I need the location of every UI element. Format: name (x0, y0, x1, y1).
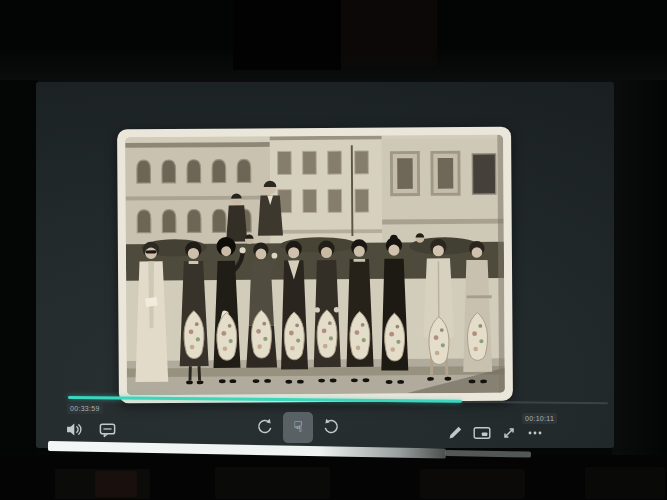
pencil-icon (447, 425, 463, 445)
picture-in-picture-icon (473, 425, 491, 445)
subtitles-button[interactable] (99, 421, 116, 442)
pointer-hand-icon: ☟ (293, 420, 302, 435)
pointer-tool-button[interactable]: ☟ (283, 412, 313, 443)
more-button[interactable] (527, 425, 543, 445)
controls-left (66, 421, 116, 442)
video-player-screen: 00:33:59 00:10:11 (36, 82, 614, 448)
chat-bubble-icon (99, 421, 116, 442)
desk-silhouette (585, 467, 665, 499)
room-dark-doorway (233, 0, 341, 70)
desk-silhouette (95, 471, 137, 497)
room-background-left (0, 80, 38, 460)
historical-photo (125, 135, 505, 396)
expand-button[interactable] (501, 425, 517, 445)
elapsed-time: 00:33:59 (67, 403, 103, 414)
room-background-right (612, 80, 667, 460)
room-background-bottom (0, 455, 667, 500)
desk-silhouette (215, 467, 330, 499)
undo-rotate-icon (256, 417, 274, 439)
redo-button[interactable] (322, 417, 340, 439)
expand-diagonal-icon (501, 425, 517, 445)
room-wall-shadow (341, 0, 437, 66)
pip-button[interactable] (473, 425, 491, 445)
more-ellipsis-icon (527, 425, 543, 445)
controls-center: ☟ (256, 412, 340, 443)
undo-button[interactable] (256, 417, 274, 439)
controls-right (447, 425, 543, 445)
remaining-time: 00:10:11 (522, 413, 557, 424)
redo-rotate-icon (322, 417, 340, 439)
desk-silhouette (420, 469, 525, 499)
volume-icon (66, 421, 83, 442)
projected-photo (117, 127, 513, 404)
edit-button[interactable] (447, 425, 463, 445)
volume-button[interactable] (66, 421, 83, 442)
